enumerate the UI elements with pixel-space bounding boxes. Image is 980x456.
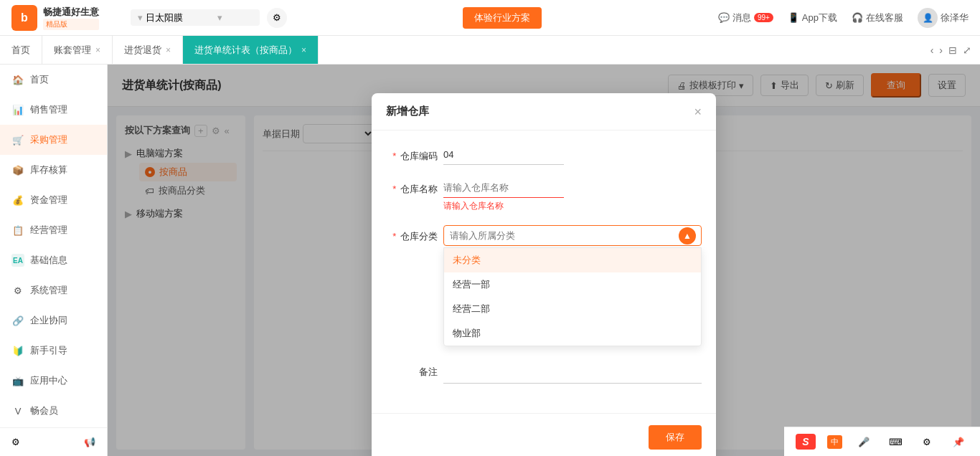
sidebar-apps-label: 应用中心 <box>30 374 67 387</box>
tab-account-close[interactable]: × <box>95 45 100 55</box>
sidebar-item-guide[interactable]: 🔰 新手引导 <box>0 336 107 366</box>
sidebar-item-manage[interactable]: 📋 经营管理 <box>0 215 107 245</box>
headset-icon: 🎧 <box>852 12 863 23</box>
sidebar: 🏠 首页 📊 销售管理 🛒 采购管理 📦 库存核算 💰 资金管理 📋 经营管理 … <box>0 65 108 456</box>
system-icon: ⚙ <box>11 284 24 297</box>
sidebar-footer: ⚙ 📢 <box>0 427 107 456</box>
sidebar-settings-icon[interactable]: ⚙ <box>11 437 20 447</box>
inventory-icon: 📦 <box>11 163 24 176</box>
sidebar-item-home[interactable]: 🏠 首页 <box>0 65 107 95</box>
chinese-input-badge[interactable]: 中 <box>827 435 842 449</box>
tab-next-button[interactable]: › <box>939 44 943 56</box>
tab-prev-button[interactable]: ‹ <box>930 44 934 56</box>
tab-expand-button[interactable]: ⤢ <box>963 44 971 56</box>
warehouse-code-label-text: 仓库编码 <box>400 151 438 161</box>
sidebar-item-system[interactable]: ⚙ 系统管理 <box>0 275 107 305</box>
try-industry-button[interactable]: 体验行业方案 <box>463 7 542 29</box>
warehouse-category-row: * 仓库分类 ▲ 未分类 经 <box>386 225 702 246</box>
notes-textarea[interactable] <box>443 361 702 384</box>
tab-menu-button[interactable]: ⊟ <box>948 44 957 56</box>
user-avatar: 👤 <box>918 8 938 28</box>
tab-account[interactable]: 账套管理 × <box>42 36 113 64</box>
sidebar-item-purchase[interactable]: 🛒 采购管理 <box>0 125 107 155</box>
header-right: 💬 消息 99+ 📱 App下载 🎧 在线客服 👤 徐泽华 <box>718 8 969 28</box>
member-icon: V <box>11 404 24 417</box>
bottom-bar: S 中 🎤 ⌨ ⚙ 📌 <box>784 427 980 456</box>
sidebar-collab-label: 企业协同 <box>30 314 67 327</box>
message-button[interactable]: 💬 消息 99+ <box>718 11 773 24</box>
logo-icon: b <box>11 5 37 31</box>
sidebar-home-label: 首页 <box>30 73 49 86</box>
dropdown-item-dept1[interactable]: 经营一部 <box>444 272 701 297</box>
category-dropdown-toggle[interactable]: ▲ <box>679 227 696 244</box>
pin-icon[interactable]: 📌 <box>948 432 969 452</box>
warehouse-code-input-wrap <box>443 145 702 165</box>
keyboard-icon[interactable]: ⌨ <box>885 432 905 452</box>
dropdown-item-unclassified[interactable]: 未分类 <box>444 248 701 272</box>
warehouse-code-input[interactable] <box>443 145 564 165</box>
purchase-icon: 🛒 <box>11 133 24 146</box>
warehouse-name-error: 请输入仓库名称 <box>443 200 702 212</box>
sidebar-item-collab[interactable]: 🔗 企业协同 <box>0 305 107 336</box>
settings-icon[interactable]: ⚙ <box>917 432 937 452</box>
main-layout: 🏠 首页 📊 销售管理 🛒 采购管理 📦 库存核算 💰 资金管理 📋 经营管理 … <box>0 65 980 456</box>
modal-header: 新增仓库 × <box>372 93 716 130</box>
sidebar-item-info[interactable]: EA 基础信息 <box>0 245 107 275</box>
sidebar-manage-label: 经营管理 <box>30 224 67 237</box>
top-header: b 畅捷通好生意 精品版 ▾ ▾ ⚙ 体验行业方案 💬 消息 99+ 📱 App… <box>0 0 980 36</box>
content-area: 进货单统计(按商品) 🖨 按模板打印 ▾ ⬆ 导出 ↻ 刷新 查询 设置 <box>108 65 980 456</box>
required-star-1: * <box>392 151 396 161</box>
online-service-label: 在线客服 <box>866 11 903 24</box>
modal-close-button[interactable]: × <box>694 105 702 118</box>
logo-text-area: 畅捷通好生意 精品版 <box>43 6 99 30</box>
sidebar-info-label: 基础信息 <box>30 254 67 267</box>
warehouse-category-input[interactable] <box>443 225 702 246</box>
gear-button[interactable]: ⚙ <box>267 8 287 28</box>
tab-home-label: 首页 <box>11 44 30 57</box>
sidebar-inventory-label: 库存核算 <box>30 163 67 176</box>
sidebar-item-inventory[interactable]: 📦 库存核算 <box>0 155 107 185</box>
category-dropdown-list: 未分类 经营一部 经营二部 物业部 <box>443 247 702 346</box>
sidebar-item-fund[interactable]: 💰 资金管理 <box>0 185 107 215</box>
tab-purchase-return-label: 进货退货 <box>124 44 161 57</box>
save-button[interactable]: 保存 <box>649 425 702 450</box>
tab-purchase-stats[interactable]: 进货单统计表（按商品） × <box>183 36 319 64</box>
dropdown-item-property[interactable]: 物业部 <box>444 321 701 346</box>
required-star-2: * <box>392 184 396 194</box>
required-star-3: * <box>392 231 396 242</box>
add-warehouse-modal: 新增仓库 × * 仓库编码 <box>372 93 716 456</box>
dropdown-property-label: 物业部 <box>453 328 481 338</box>
s-logo-icon[interactable]: S <box>796 434 816 450</box>
sidebar-item-apps[interactable]: 📺 应用中心 <box>0 366 107 396</box>
sidebar-item-member[interactable]: V 畅会员 <box>0 396 107 426</box>
dropdown-dept1-label: 经营一部 <box>453 279 490 290</box>
sidebar-fund-label: 资金管理 <box>30 194 67 206</box>
sidebar-speaker-icon[interactable]: 📢 <box>84 437 95 447</box>
warehouse-name-row: * 仓库名称 请输入仓库名称 <box>386 178 702 212</box>
warehouse-name-label: * 仓库名称 <box>386 178 443 196</box>
dropdown-item-dept2[interactable]: 经营二部 <box>444 297 701 321</box>
app-download-label: App下载 <box>802 11 837 24</box>
modal-title: 新增仓库 <box>386 105 429 118</box>
tab-bar: 首页 账套管理 × 进货退货 × 进货单统计表（按商品） × ‹ › ⊟ ⤢ <box>0 36 980 65</box>
microphone-icon[interactable]: 🎤 <box>854 432 874 452</box>
logo-letter: b <box>21 11 28 24</box>
warehouse-category-label-text: 仓库分类 <box>400 231 438 242</box>
online-service-button[interactable]: 🎧 在线客服 <box>852 11 903 24</box>
guide-icon: 🔰 <box>11 344 24 357</box>
user-menu-button[interactable]: 👤 徐泽华 <box>918 8 969 28</box>
search-input[interactable] <box>146 12 217 23</box>
tab-purchase-return-close[interactable]: × <box>166 45 171 55</box>
warehouse-name-input[interactable] <box>443 178 564 198</box>
header-search-box[interactable]: ▾ ▾ <box>131 9 260 26</box>
tab-purchase-stats-close[interactable]: × <box>301 45 306 55</box>
notes-input-wrap <box>443 361 702 386</box>
warehouse-name-input-wrap: 请输入仓库名称 <box>443 178 702 212</box>
tab-purchase-return[interactable]: 进货退货 × <box>113 36 183 64</box>
sidebar-item-sales[interactable]: 📊 销售管理 <box>0 95 107 125</box>
tab-home[interactable]: 首页 <box>0 36 42 64</box>
notes-label: 备注 <box>386 361 443 379</box>
message-badge: 99+ <box>754 13 773 22</box>
warehouse-code-label: * 仓库编码 <box>386 145 443 163</box>
app-download-button[interactable]: 📱 App下载 <box>788 11 837 24</box>
